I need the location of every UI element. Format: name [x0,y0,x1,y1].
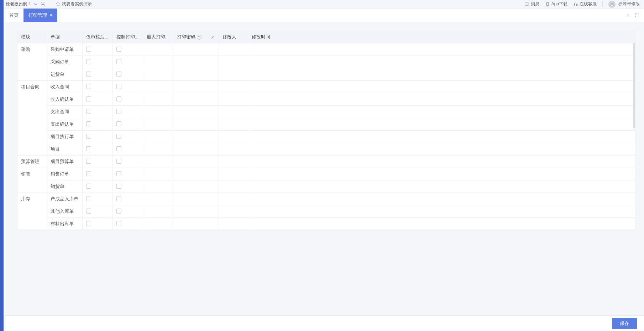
cell-doc: 销售订单 [47,168,82,180]
th-doc-label: 单据 [51,34,60,40]
help-icon[interactable]: ? [197,35,201,40]
print-settings-table: 模块 单据 仅审核后... 控制打印... 最大打印... 打印密码 ? [17,31,636,230]
table-row: 项目 [17,143,636,156]
checkbox-audit-only[interactable] [86,84,91,89]
fullscreen-icon[interactable] [635,13,640,18]
messages-label: 消息 [531,1,539,7]
tab-home-label: 首页 [9,12,19,19]
checkbox-control-print[interactable] [116,196,121,201]
cell-time [248,168,636,180]
checkbox-control-print[interactable] [116,146,121,151]
checkbox-audit-only[interactable] [86,47,91,52]
cell-max [143,93,173,106]
cell-pwd [173,156,219,168]
cell-pwd [173,56,219,68]
checkbox-control-print[interactable] [116,59,121,64]
cell-max [143,43,173,56]
tab-home[interactable]: 首页 [4,9,23,22]
cell-module: 采购 [17,43,47,81]
checkbox-control-print[interactable] [116,121,121,126]
checkbox-audit-only[interactable] [86,134,91,139]
checkbox-audit-only[interactable] [86,171,91,176]
cell-pwd [173,131,219,143]
app-download-link[interactable]: App下载 [545,1,567,7]
cell-time [248,193,636,205]
cell-audit-only [82,118,112,131]
checkbox-control-print[interactable] [116,47,121,52]
checkbox-audit-only[interactable] [86,59,91,64]
checkbox-control-print[interactable] [116,159,121,164]
cell-modifier [219,218,248,230]
cell-max [143,156,173,168]
table-row: 销货单 [17,180,636,193]
checkbox-audit-only[interactable] [86,96,91,101]
cell-control-print [112,118,143,131]
cell-time [248,118,636,131]
table-row: 销售销售订单 [17,168,636,180]
cell-time [248,156,636,168]
cell-audit-only [82,56,112,68]
th-time-label: 修改时间 [252,34,270,40]
cell-audit-only [82,68,112,81]
close-icon[interactable]: ✕ [49,13,52,17]
edit-icon[interactable] [211,35,215,39]
checkbox-control-print[interactable] [116,84,121,89]
cell-modifier [219,56,248,68]
checkbox-control-print[interactable] [116,171,121,176]
checkbox-audit-only[interactable] [86,109,91,114]
checkbox-control-print[interactable] [116,184,121,189]
checkbox-audit-only[interactable] [86,146,91,151]
online-service-link[interactable]: 在线客服 [573,1,597,7]
account-label: 徐老板勿删！ [6,1,31,7]
cell-audit-only [82,156,112,168]
cell-time [248,81,636,93]
app-download-label: App下载 [551,1,567,7]
checkbox-audit-only[interactable] [86,184,91,189]
checkbox-audit-only[interactable] [86,221,91,226]
online-service-label: 在线客服 [580,1,597,7]
cell-audit-only [82,180,112,193]
checkbox-control-print[interactable] [116,134,121,139]
tab-print-management[interactable]: 打印管理 ✕ [23,9,57,22]
cell-control-print [112,193,143,205]
cell-pwd [173,93,219,106]
save-button[interactable]: 保存 [612,318,637,329]
checkbox-control-print[interactable] [116,221,121,226]
person-icon [610,2,614,6]
cell-doc: 其他入库单 [47,205,82,218]
checkbox-control-print[interactable] [116,109,121,114]
account-selector[interactable]: 徐老板勿删！ [6,1,38,7]
demo-link[interactable]: 我要看实例演示 [56,1,92,7]
cell-audit-only [82,218,112,230]
left-app-strip [0,0,4,331]
divider [602,2,603,7]
close-all-icon[interactable] [625,13,630,18]
cell-max [143,68,173,81]
table-row: 支出确认单 [17,118,636,131]
th-control-label: 控制打印... [116,34,139,40]
cell-doc: 产成品入库单 [47,193,82,205]
gear-icon[interactable] [41,2,46,7]
checkbox-audit-only[interactable] [86,159,91,164]
checkbox-audit-only[interactable] [86,72,91,77]
user-menu[interactable]: 徐泽华修改 [608,1,640,8]
table-row: 项目合同收入合同 [17,81,636,93]
checkbox-audit-only[interactable] [86,121,91,126]
table-row: 其他入库单 [17,205,636,218]
scrollbar[interactable] [633,43,635,128]
mobile-icon [545,2,550,7]
cell-modifier [219,131,248,143]
cell-time [248,218,636,230]
cell-max [143,180,173,193]
messages-link[interactable]: 消息 [524,1,539,7]
checkbox-control-print[interactable] [116,72,121,77]
checkbox-audit-only[interactable] [86,196,91,201]
checkbox-audit-only[interactable] [86,209,91,214]
cell-control-print [112,143,143,156]
cell-pwd [173,81,219,93]
checkbox-control-print[interactable] [116,209,121,214]
checkbox-control-print[interactable] [116,96,121,101]
table-container: 模块 单据 仅审核后... 控制打印... 最大打印... 打印密码 ? [17,31,636,230]
cell-control-print [112,106,143,118]
table-row: 采购采购申请单 [17,43,636,56]
